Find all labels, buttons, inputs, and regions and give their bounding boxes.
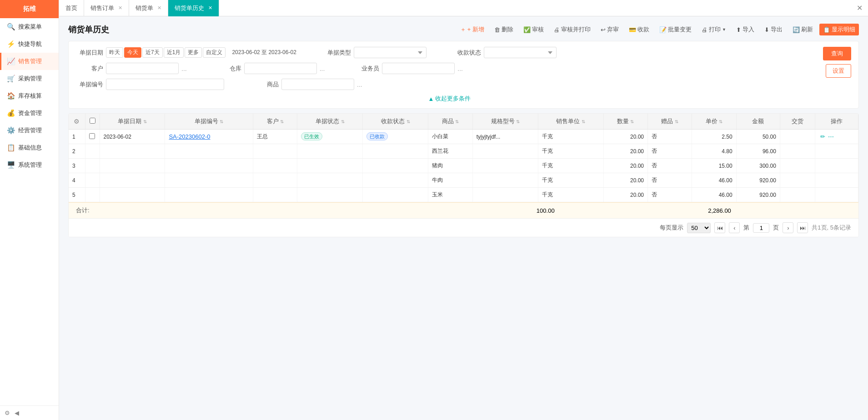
tab-home[interactable]: 首页 [59, 0, 84, 16]
prev-page-btn[interactable]: ‹ [729, 222, 740, 233]
cell-delivery [780, 159, 815, 173]
date-1month-btn[interactable]: 近1月 [164, 47, 184, 58]
refresh-button[interactable]: 🔄 刷新 [789, 24, 817, 35]
col-gift[interactable]: 赠品 ⇅ [647, 114, 692, 130]
date-yesterday-btn[interactable]: 昨天 [106, 47, 123, 58]
cart-icon: 🛒 [7, 75, 15, 83]
cell-checkbox[interactable] [85, 159, 100, 173]
more-action-btn[interactable]: ⋯ [827, 133, 835, 140]
sidebar-item-sales-mgmt[interactable]: 📈 销售管理 [0, 53, 59, 70]
cell-amount: 920.00 [736, 188, 780, 202]
sidebar-item-label: 搜索菜单 [18, 23, 42, 31]
col-checkbox[interactable] [85, 114, 100, 130]
customer-label: 客户 [76, 65, 103, 73]
tab-sales-order-close[interactable]: ✕ [118, 5, 122, 11]
new-button[interactable]: ＋ + 新增 [457, 24, 488, 35]
warehouse-input[interactable] [244, 63, 317, 74]
export-button[interactable]: ⬇ 导出 [761, 24, 786, 35]
page-number-input[interactable] [753, 223, 769, 233]
warehouse-more-btn[interactable]: ... [320, 65, 325, 72]
col-unit[interactable]: 销售单位 ⇅ [538, 114, 603, 130]
tab-sales-order[interactable]: 销售订单 ✕ [84, 0, 129, 16]
cell-number [165, 173, 253, 188]
col-spec[interactable]: 规格型号 ⇅ [472, 114, 538, 130]
cell-checkbox[interactable] [85, 144, 100, 159]
table-footer: 合计: 100.00 2,286.00 [69, 202, 858, 218]
date-7days-btn[interactable]: 近7天 [142, 47, 163, 58]
abandon-button[interactable]: ↩ 弃审 [597, 24, 622, 35]
sidebar-collapse-icon[interactable]: ◀ [15, 410, 19, 416]
import-button[interactable]: ⬆ 导入 [733, 24, 758, 35]
payment-status-select[interactable] [484, 47, 557, 58]
last-page-btn[interactable]: ⏭ [797, 222, 808, 233]
tab-sales-delivery-close[interactable]: ✕ [157, 5, 161, 11]
select-all-checkbox[interactable] [90, 118, 95, 124]
salesperson-input[interactable] [382, 63, 455, 74]
col-settings[interactable]: ⚙ [69, 114, 85, 130]
batch-change-button[interactable]: 📝 批量变更 [656, 24, 695, 35]
cell-payment-status [363, 144, 428, 159]
window-close-button[interactable]: ✕ [851, 4, 868, 12]
table-scroll-area[interactable]: ⚙ 单据日期 ⇅ 单据编号 ⇅ [69, 114, 858, 202]
tab-sales-history[interactable]: 销货单历史 ✕ [168, 0, 219, 16]
filter-row-1: 单据日期 昨天 今天 近7天 近1月 更多 自定义 2023-06-02 至 2… [76, 47, 823, 58]
row-checkbox[interactable] [89, 133, 95, 139]
sidebar-item-ops-mgmt[interactable]: ⚙️ 经营管理 [0, 122, 59, 139]
print-button[interactable]: 🖨 打印 ▼ [698, 24, 730, 35]
goods-input[interactable] [281, 79, 354, 90]
date-custom-btn[interactable]: 自定义 [203, 47, 226, 58]
col-number[interactable]: 单据编号 ⇅ [165, 114, 253, 130]
cell-checkbox[interactable] [85, 173, 100, 188]
col-payment-status[interactable]: 收款状态 ⇅ [363, 114, 428, 130]
table-settings-gear-icon[interactable]: ⚙ [74, 118, 80, 125]
doc-number-input[interactable] [106, 79, 224, 90]
review-button[interactable]: ✅ 审核 [520, 24, 547, 35]
doc-type-label: 单据类型 [324, 49, 351, 57]
col-price[interactable]: 单价 ⇅ [692, 114, 736, 130]
doc-type-select[interactable] [354, 47, 426, 58]
sidebar-item-sys-mgmt[interactable]: 🖥️ 系统管理 [0, 156, 59, 174]
col-doc-status[interactable]: 单据状态 ⇅ [297, 114, 363, 130]
cell-checkbox[interactable] [85, 188, 100, 202]
sidebar-item-quick-nav[interactable]: ⚡ 快捷导航 [0, 35, 59, 53]
salesperson-more-btn[interactable]: ... [457, 65, 463, 72]
sidebar-item-label: 销售管理 [18, 57, 42, 65]
tab-sales-delivery[interactable]: 销货单 ✕ [129, 0, 168, 16]
doc-number-link[interactable]: SA-20230602-0 [169, 133, 210, 140]
per-page-select[interactable]: 50 100 [687, 223, 711, 233]
sort-qty-icon: ⇅ [630, 119, 634, 124]
col-qty[interactable]: 数量 ⇅ [603, 114, 647, 130]
date-today-btn[interactable]: 今天 [124, 47, 141, 58]
cell-checkbox[interactable] [85, 130, 100, 144]
sidebar-item-fund-mgmt[interactable]: 💰 资金管理 [0, 105, 59, 122]
first-page-btn[interactable]: ⏮ [714, 222, 725, 233]
customer-input[interactable] [106, 63, 179, 74]
col-goods[interactable]: 商品 ⇅ [428, 114, 472, 130]
goods-more-btn[interactable]: ... [357, 81, 362, 88]
sidebar-item-search-menu[interactable]: 🔍 搜索菜单 [0, 18, 59, 35]
show-detail-button[interactable]: 📋 显示明细 [819, 24, 859, 35]
sidebar-item-base-info[interactable]: 📋 基础信息 [0, 139, 59, 156]
cell-gift: 否 [647, 144, 692, 159]
tab-sales-history-close[interactable]: ✕ [208, 5, 212, 11]
sort-unit-icon: ⇅ [582, 119, 585, 124]
delete-button[interactable]: 🗑 删除 [491, 24, 517, 35]
edit-action-btn[interactable]: ✏ [819, 133, 827, 140]
plus-icon: ＋ [460, 25, 466, 34]
review-print-button[interactable]: 🖨 审核并打印 [550, 24, 594, 35]
sidebar-item-purchase-mgmt[interactable]: 🛒 采购管理 [0, 70, 59, 87]
settings-button[interactable]: 设置 [826, 64, 851, 78]
import-icon: ⬆ [736, 26, 741, 33]
doc-status-badge: 已生效 [301, 132, 322, 140]
customer-more-btn[interactable]: ... [181, 65, 187, 72]
collapse-filter-btn[interactable]: ▲ 收起更多条件 [76, 95, 823, 103]
date-more-btn[interactable]: 更多 [185, 47, 202, 58]
col-date[interactable]: 单据日期 ⇅ [100, 114, 165, 130]
cell-amount: 920.00 [736, 173, 780, 188]
sidebar-item-inventory-calc[interactable]: 🏠 库存核算 [0, 87, 59, 105]
query-button[interactable]: 查询 [823, 47, 851, 60]
sidebar-settings-icon[interactable]: ⚙ [5, 410, 10, 416]
collect-button[interactable]: 💳 收款 [625, 24, 653, 35]
col-customer[interactable]: 客户 ⇅ [253, 114, 297, 130]
next-page-btn[interactable]: › [783, 222, 793, 233]
